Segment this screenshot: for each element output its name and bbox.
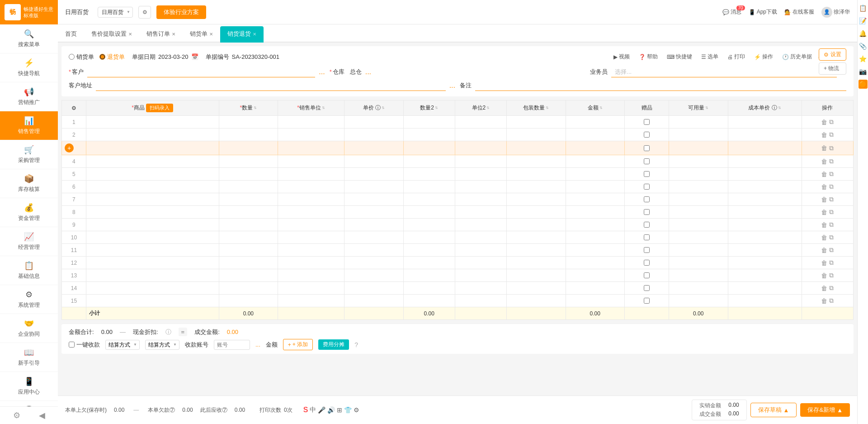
topbar-category-select[interactable]: 日用百货 bbox=[98, 7, 133, 18]
delete-icon-4[interactable]: 🗑 bbox=[821, 158, 827, 165]
tab-close-3[interactable]: ✕ bbox=[209, 32, 213, 37]
copy-icon-12[interactable]: ⧉ bbox=[829, 259, 834, 267]
video-btn[interactable]: ▶ 视频 bbox=[611, 52, 632, 62]
tab-1[interactable]: 售价提取设置✕ bbox=[84, 26, 139, 43]
copy-icon-2[interactable]: ⧉ bbox=[829, 131, 834, 138]
gift-check-11[interactable] bbox=[644, 247, 650, 253]
message-btn[interactable]: 💬 消息 70 bbox=[722, 8, 741, 16]
delete-icon-6[interactable]: 🗑 bbox=[821, 183, 827, 191]
delete-icon-15[interactable]: 🗑 bbox=[821, 297, 827, 305]
delete-icon-11[interactable]: 🗑 bbox=[821, 247, 827, 254]
tab-close-4[interactable]: ✕ bbox=[253, 32, 256, 37]
online-service-btn[interactable]: 💁 在线客服 bbox=[784, 8, 814, 16]
warehouse-dots[interactable]: ... bbox=[365, 68, 371, 76]
calendar-icon[interactable]: 📅 bbox=[191, 53, 198, 60]
account-input[interactable] bbox=[214, 340, 250, 350]
add-row-btn-3[interactable]: + bbox=[65, 143, 74, 152]
sidebar-item-app-center[interactable]: 📱应用中心 bbox=[0, 372, 58, 401]
select-btn[interactable]: ☰ 选单 bbox=[698, 52, 721, 62]
copy-icon-15[interactable]: ⧉ bbox=[829, 297, 834, 305]
customer-input[interactable] bbox=[87, 67, 315, 77]
sidebar-item-guide[interactable]: 📖新手引导 bbox=[0, 343, 58, 372]
one-key-payment-check[interactable]: 一键收款 bbox=[69, 341, 100, 349]
sidebar-collapse-icon[interactable]: ◀ bbox=[39, 410, 45, 420]
copy-icon-4[interactable]: ⧉ bbox=[829, 157, 834, 165]
right-panel-icon-5[interactable]: ⭐ bbox=[859, 54, 868, 63]
tab-2[interactable]: 销售订单✕ bbox=[139, 26, 183, 43]
right-panel-icon-6[interactable]: 📷 bbox=[859, 67, 868, 76]
app-download-btn[interactable]: 📱 App下载 bbox=[749, 8, 777, 16]
copy-icon-7[interactable]: ⧉ bbox=[829, 195, 834, 203]
right-panel-icon-3[interactable]: 🔔 bbox=[859, 29, 868, 38]
toolbar-icon1[interactable]: 中 bbox=[310, 406, 316, 414]
gift-check-10[interactable] bbox=[644, 234, 650, 240]
delete-icon-9[interactable]: 🗑 bbox=[821, 221, 827, 229]
right-panel-icon-1[interactable]: 📋 bbox=[859, 4, 868, 13]
delete-icon-8[interactable]: 🗑 bbox=[821, 209, 827, 216]
sidebar-item-purchase[interactable]: 🛒采购管理 bbox=[0, 140, 58, 169]
help-btn[interactable]: ❓ 帮助 bbox=[636, 52, 660, 62]
gift-check-6[interactable] bbox=[644, 184, 650, 190]
delete-icon-14[interactable]: 🗑 bbox=[821, 285, 827, 292]
copy-icon-13[interactable]: ⧉ bbox=[829, 272, 834, 279]
copy-icon-6[interactable]: ⧉ bbox=[829, 183, 834, 191]
copy-icon-3[interactable]: ⧉ bbox=[829, 144, 834, 152]
sidebar-item-inventory[interactable]: 📦库存核算 bbox=[0, 169, 58, 198]
delete-icon-3[interactable]: 🗑 bbox=[821, 144, 827, 152]
payment-method-select[interactable]: 结算方式 bbox=[105, 340, 140, 350]
delete-icon-13[interactable]: 🗑 bbox=[821, 272, 827, 279]
save-draft-btn[interactable]: 保存草稿 ▲ bbox=[750, 403, 797, 417]
tab-3[interactable]: 销货单✕ bbox=[183, 26, 220, 43]
copy-icon-8[interactable]: ⧉ bbox=[829, 208, 834, 216]
gift-check-3[interactable] bbox=[644, 145, 650, 151]
toolbar-icon4[interactable]: ⊞ bbox=[337, 406, 342, 414]
gift-check-4[interactable] bbox=[644, 158, 650, 164]
tab-4[interactable]: 销货退货✕ bbox=[220, 26, 264, 43]
customer-dots[interactable]: ... bbox=[319, 68, 325, 76]
copy-icon-11[interactable]: ⧉ bbox=[829, 246, 834, 254]
gift-check-14[interactable] bbox=[644, 285, 650, 291]
gift-check-8[interactable] bbox=[644, 209, 650, 215]
trial-btn[interactable]: 体验行业方案 bbox=[156, 5, 206, 19]
shortcut-btn[interactable]: ⌨ 快捷键 bbox=[664, 52, 695, 62]
sidebar-item-collab[interactable]: 🤝企业协同 bbox=[0, 314, 58, 343]
radio-sales[interactable]: 销货单 bbox=[69, 53, 94, 61]
copy-icon-10[interactable]: ⧉ bbox=[829, 233, 834, 241]
copy-icon-5[interactable]: ⧉ bbox=[829, 170, 834, 178]
fee-help-icon[interactable]: ? bbox=[354, 341, 358, 348]
delete-icon-5[interactable]: 🗑 bbox=[821, 171, 827, 178]
gift-check-2[interactable] bbox=[644, 132, 650, 138]
col-settings[interactable]: ⚙ bbox=[62, 100, 86, 116]
copy-icon-14[interactable]: ⧉ bbox=[829, 284, 834, 292]
gift-check-1[interactable] bbox=[644, 119, 650, 125]
right-panel-icon-2[interactable]: 📝 bbox=[859, 16, 868, 25]
delete-icon-12[interactable]: 🗑 bbox=[821, 259, 827, 267]
gift-check-9[interactable] bbox=[644, 222, 650, 228]
user-info[interactable]: 👤 徐泽华 bbox=[821, 7, 850, 18]
fee-split-btn[interactable]: 费用分摊 bbox=[318, 339, 349, 350]
account-dots[interactable]: ... bbox=[255, 341, 260, 348]
right-panel-icon-4[interactable]: 📎 bbox=[859, 42, 868, 51]
toolbar-icon3[interactable]: 🔊 bbox=[327, 406, 335, 414]
tab-close-2[interactable]: ✕ bbox=[172, 32, 175, 37]
delete-icon-1[interactable]: 🗑 bbox=[821, 119, 827, 126]
address-dots[interactable]: ... bbox=[449, 81, 455, 90]
gift-check-5[interactable] bbox=[644, 171, 650, 177]
gift-check-13[interactable] bbox=[644, 272, 650, 278]
sidebar-item-system[interactable]: ⚙系统管理 bbox=[0, 285, 58, 314]
sidebar-item-quick-nav[interactable]: ⚡快捷导航 bbox=[0, 53, 58, 82]
sidebar-item-business[interactable]: 📈经营管理 bbox=[0, 227, 58, 256]
tab-close-1[interactable]: ✕ bbox=[128, 32, 132, 37]
history-btn[interactable]: 🕐 历史单据 bbox=[779, 52, 815, 62]
toolbar-icon2[interactable]: 🎤 bbox=[318, 406, 326, 414]
sidebar-item-search[interactable]: 🔍搜索菜单 bbox=[0, 24, 58, 53]
sidebar-settings-icon[interactable]: ⚙ bbox=[13, 410, 20, 420]
print-btn[interactable]: 🖨 打印 bbox=[725, 52, 748, 62]
sidebar-item-finance[interactable]: 💰资金管理 bbox=[0, 198, 58, 227]
scan-btn[interactable]: 扫码录入 bbox=[146, 104, 173, 112]
save-new-btn[interactable]: 保存&新增 ▲ bbox=[800, 403, 850, 417]
sidebar-item-sales[interactable]: 📊销售管理 bbox=[0, 111, 58, 140]
settings-btn[interactable]: ⚙ 设置 bbox=[819, 48, 846, 61]
copy-icon-1[interactable]: ⧉ bbox=[829, 118, 834, 126]
sidebar-item-wechat[interactable]: 💬企业微信 bbox=[0, 401, 58, 406]
